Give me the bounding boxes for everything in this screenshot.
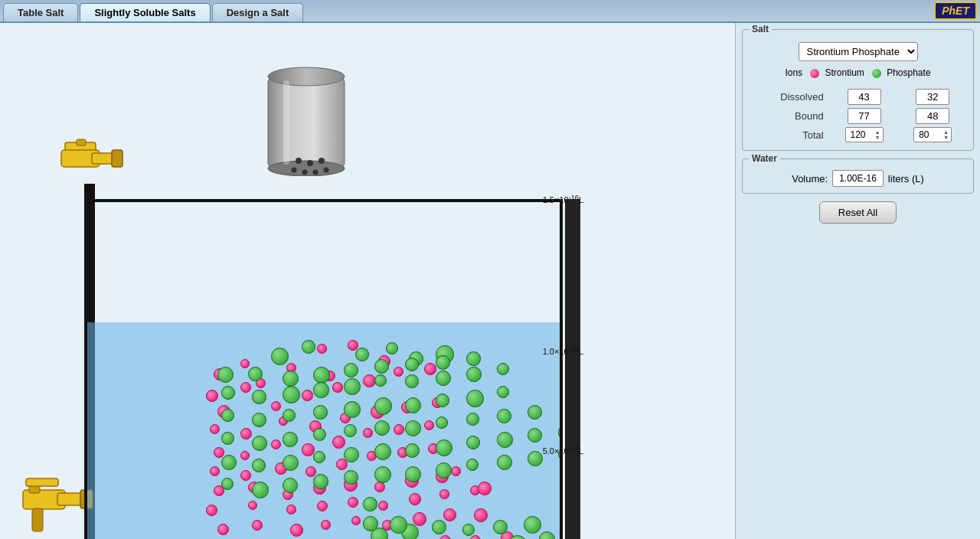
main-layout: 1.5×10-16L 1.0×10-16L 5.0×10-17L Salt St… — [0, 23, 980, 539]
tab-bar: Table Salt Slightly Soluble Salts Design… — [0, 0, 980, 23]
total-row: Total 120 ▲ ▼ — [749, 126, 967, 144]
scale-label-top: 1.5×10-16L — [543, 194, 583, 205]
total-ion1-value: 120 — [848, 129, 866, 140]
svg-point-7 — [302, 170, 308, 175]
total-ion1-arrows[interactable]: ▲ ▼ — [874, 129, 881, 140]
scale-label-low: 5.0×10-17L — [543, 445, 583, 456]
volume-value: 1.00E-16 — [832, 170, 884, 187]
bound-ion2-value: 48 — [916, 108, 949, 124]
svg-point-8 — [313, 170, 318, 175]
ions-row: Ions Strontium Phosphate — [749, 67, 967, 78]
water-section-title: Water — [749, 153, 780, 164]
total-ion1-up[interactable]: ▲ — [874, 129, 881, 135]
volume-unit: liters (L) — [888, 173, 924, 185]
svg-point-6 — [292, 168, 297, 173]
bound-ion1-cell: 77 — [830, 106, 899, 126]
tab-design-salt[interactable]: Design a Salt — [212, 3, 304, 21]
dissolved-ion2-value: 32 — [916, 89, 949, 105]
bound-ion1-value: 77 — [848, 108, 881, 124]
svg-rect-0 — [268, 77, 345, 168]
phosphate-dot — [872, 69, 881, 78]
svg-point-1 — [268, 67, 345, 86]
svg-point-5 — [318, 158, 325, 164]
salt-shaker — [260, 54, 352, 176]
svg-rect-10 — [283, 80, 289, 165]
simulation-area: 1.5×10-16L 1.0×10-16L 5.0×10-17L — [0, 23, 735, 539]
total-ion2-up[interactable]: ▲ — [942, 129, 949, 135]
bound-label: Bound — [749, 106, 830, 126]
tank — [84, 199, 563, 539]
right-panel: Salt Strontium PhosphateSilver ChromateB… — [735, 23, 980, 539]
salt-shaker-svg — [260, 54, 352, 176]
salt-section-title: Salt — [749, 24, 772, 34]
bound-ion2-cell: 48 — [898, 106, 967, 126]
svg-rect-21 — [32, 508, 43, 531]
ion-data-table: Dissolved 43 32 Bound 77 — [749, 84, 967, 144]
svg-point-9 — [324, 168, 329, 173]
dissolved-row: Dissolved 43 32 — [749, 87, 967, 106]
scale-label-mid: 1.0×10-16L — [543, 345, 583, 357]
reset-all-button[interactable]: Reset All — [819, 201, 897, 224]
salt-select[interactable]: Strontium PhosphateSilver ChromateBarium… — [799, 42, 918, 61]
total-ion2-down[interactable]: ▼ — [942, 135, 949, 140]
strontium-dot — [810, 69, 819, 78]
scale-bar — [565, 199, 580, 539]
total-ion1-spinner[interactable]: 120 ▲ ▼ — [845, 127, 884, 142]
svg-rect-12 — [77, 139, 86, 145]
volume-row: Volume: 1.00E-16 liters (L) — [749, 170, 967, 187]
salt-dropdown-row: Strontium PhosphateSilver ChromateBarium… — [749, 42, 967, 61]
dissolved-ion1-cell: 43 — [830, 87, 899, 106]
tab-table-salt[interactable]: Table Salt — [3, 3, 78, 21]
total-ion2-arrows[interactable]: ▲ ▼ — [942, 129, 949, 140]
total-ion2-spinner[interactable]: 80 ▲ ▼ — [913, 127, 952, 142]
dissolved-ion2-cell: 32 — [898, 87, 967, 106]
water-section: Water Volume: 1.00E-16 liters (L) — [742, 158, 974, 194]
svg-point-4 — [307, 160, 313, 166]
total-ion1-cell: 120 ▲ ▼ — [830, 126, 899, 144]
phet-logo: PhET — [934, 2, 977, 20]
strontium-label: Strontium — [825, 67, 864, 78]
strontium-ion-indicator: Strontium — [810, 67, 864, 78]
total-ion1-down[interactable]: ▼ — [874, 135, 881, 140]
phosphate-ion-indicator: Phosphate — [872, 67, 931, 78]
dissolved-label: Dissolved — [749, 87, 830, 106]
dissolved-ion1-value: 43 — [848, 89, 881, 105]
phosphate-label: Phosphate — [887, 67, 930, 78]
ions-label: Ions — [785, 67, 802, 78]
total-label: Total — [749, 126, 830, 144]
tab-slightly-soluble[interactable]: Slightly Soluble Salts — [80, 3, 210, 21]
svg-rect-18 — [26, 479, 58, 486]
volume-label: Volume: — [792, 173, 828, 185]
total-ion2-value: 80 — [916, 129, 929, 140]
bound-row: Bound 77 48 — [749, 106, 967, 126]
svg-point-3 — [296, 158, 302, 164]
svg-rect-15 — [112, 150, 122, 167]
total-ion2-cell: 80 ▲ ▼ — [898, 126, 967, 144]
salt-section: Salt Strontium PhosphateSilver ChromateB… — [742, 29, 974, 151]
